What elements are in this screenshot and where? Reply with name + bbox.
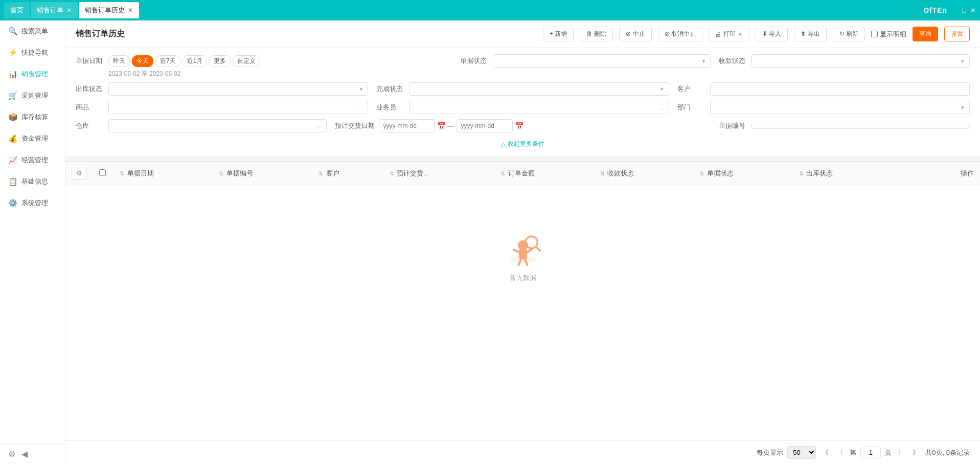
page-number-input[interactable] [860,447,881,458]
print-icon: 🖨 [715,31,721,38]
th-doc-number-label: 单据编号 [226,169,253,177]
calendar-to-icon[interactable]: 📅 [515,122,523,130]
warehouse-label: 仓库 [76,121,104,130]
cancel-stop-btn[interactable]: ⊘ 取消中止 [658,27,702,41]
tab-sales-order-history[interactable]: 销售订单历史 ✕ [79,2,139,18]
close-btn[interactable]: ✕ [970,7,976,14]
th-doc-status[interactable]: 单据状态 [693,162,792,185]
filter-area: 单据日期 昨天 今天 近7天 近1月 更多 自定义 单据状态 [65,48,980,157]
sidebar-item-search-menu-label: 搜索菜单 [21,27,48,36]
completion-status-select[interactable] [409,82,669,96]
query-btn[interactable]: 查询 [913,27,938,41]
th-outbound-status[interactable]: 出库状态 [793,162,892,185]
date-btn-1month[interactable]: 近1月 [183,55,208,67]
date-btn-7days[interactable]: 近7天 [155,55,180,67]
pagination-bar: 每页显示 50 10 20 100 《 〈 第 页 〉 》 共0页, 0条记录 [65,440,980,464]
sidebar-item-operations[interactable]: 📈 经营管理 [0,149,65,171]
collapse-more-conditions[interactable]: △ 收起更多条件 [76,138,970,150]
outbound-status-chevron [358,85,363,93]
import-btn[interactable]: ⬇ 导入 [756,27,788,41]
filter-row-3: 商品 ... 业务员 ... 部门 [76,101,970,114]
estimated-delivery-sort-icon [390,169,395,177]
collapse-label: 收起更多条件 [508,140,544,148]
page-size-select[interactable]: 50 10 20 100 [787,446,816,459]
date-quick-btns: 昨天 今天 近7天 近1月 更多 自定义 [108,55,260,67]
th-order-amount[interactable]: 订单金额 [494,162,594,185]
new-btn[interactable]: + 新增 [543,27,574,41]
delete-btn[interactable]: 🗑 删除 [580,27,613,41]
last-page-btn[interactable]: 》 [910,447,921,458]
sidebar-item-inventory[interactable]: 📦 库存核算 [0,106,65,128]
sidebar-item-sales-mgmt[interactable]: 📊 销售管理 [0,63,65,85]
sidebar-item-finance[interactable]: 💰 资金管理 [0,128,65,149]
th-receipt-status[interactable]: 收款状态 [594,162,693,185]
th-customer[interactable]: 客户 [312,162,383,185]
page-title: 销售订单历史 [76,29,125,39]
prev-page-btn[interactable]: 〈 [835,447,846,458]
first-page-btn[interactable]: 《 [820,447,831,458]
outbound-status-select[interactable] [108,82,368,96]
tab-sales-order-history-close[interactable]: ✕ [128,7,133,14]
date-btn-today[interactable]: 今天 [132,55,153,67]
delivery-date-to[interactable] [457,119,513,132]
content-area: 销售订单历史 + 新增 🗑 删除 ⊘ 中止 ⊘ 取消中止 🖨 打印 ⬇ 导入 ⬆… [65,20,980,464]
doc-date-sort-icon [120,169,125,177]
delivery-date-group: 📅 — 📅 [379,119,711,132]
product-input[interactable]: ... [108,101,368,114]
warehouse-ellipsis: ... [317,122,322,129]
bottom-collapse-icon[interactable]: ◀ [21,449,28,459]
customer-sort-icon [318,169,324,177]
tab-home[interactable]: 首页 [4,2,30,18]
th-estimated-delivery-label: 预计交货... [397,169,429,177]
data-table: ⚙ 单据日期 单据编号 [65,161,980,323]
sidebar-item-quick-nav-label: 快捷导航 [21,48,48,57]
customer-ellipsis: ... [960,85,965,93]
th-estimated-delivery[interactable]: 预计交货... [383,162,495,185]
doc-number-input[interactable] [751,123,970,129]
customer-label: 客户 [677,84,706,94]
empty-illustration [497,226,549,267]
department-select[interactable] [710,101,970,114]
sidebar-item-basic-info[interactable]: 📋 基础信息 [0,171,65,192]
date-btn-more[interactable]: 更多 [209,55,231,67]
sidebar-item-finance-label: 资金管理 [21,134,48,143]
sidebar-bottom: ⚙ ◀ [0,444,65,464]
sidebar-item-inventory-label: 库存核算 [21,113,48,122]
bottom-settings-icon[interactable]: ⚙ [8,449,15,459]
minimize-btn[interactable]: — [951,7,958,14]
display-detail-label[interactable]: 显示明细 [871,30,906,39]
select-all-checkbox[interactable] [99,169,106,176]
filter-row-1: 单据日期 昨天 今天 近7天 近1月 更多 自定义 单据状态 [76,54,970,68]
search-menu-icon: 🔍 [8,27,17,36]
maximize-btn[interactable]: □ [962,7,966,14]
customer-input[interactable]: ... [710,82,970,96]
th-doc-number[interactable]: 单据编号 [213,162,312,185]
delivery-date-from[interactable] [379,119,435,132]
table-settings-btn[interactable]: ⚙ [72,167,87,180]
empty-state: 暂无数据 [65,185,980,323]
date-btn-yesterday[interactable]: 昨天 [108,55,130,67]
print-btn[interactable]: 🖨 打印 [709,27,749,41]
calendar-from-icon[interactable]: 📅 [437,122,446,130]
refresh-btn[interactable]: ↻ 刷新 [833,27,865,41]
sales-person-input[interactable]: ... [409,101,669,114]
date-btn-custom[interactable]: 自定义 [233,55,260,67]
sidebar-item-purchase-mgmt[interactable]: 🛒 采购管理 [0,85,65,106]
next-page-btn[interactable]: 〉 [896,447,906,458]
stop-btn[interactable]: ⊘ 中止 [619,27,651,41]
sidebar-item-system-mgmt[interactable]: ⚙️ 系统管理 [0,192,65,214]
svg-line-4 [536,247,540,251]
receipt-status-select[interactable] [751,54,970,68]
tab-sales-order-close[interactable]: ✕ [66,7,72,14]
display-detail-checkbox[interactable] [871,31,878,37]
th-doc-date[interactable]: 单据日期 [113,162,213,185]
th-operations-label: 操作 [961,169,974,177]
doc-status-select[interactable] [493,54,711,68]
setting-btn[interactable]: 设置 [944,27,970,41]
svg-line-5 [513,250,518,252]
sidebar-item-quick-nav[interactable]: ⚡ 快捷导航 [0,42,65,63]
sidebar-item-search-menu[interactable]: 🔍 搜索菜单 [0,20,65,42]
warehouse-input[interactable]: ... [108,119,327,132]
tab-sales-order[interactable]: 销售订单 ✕ [31,2,78,18]
export-btn[interactable]: ⬆ 导出 [794,27,826,41]
